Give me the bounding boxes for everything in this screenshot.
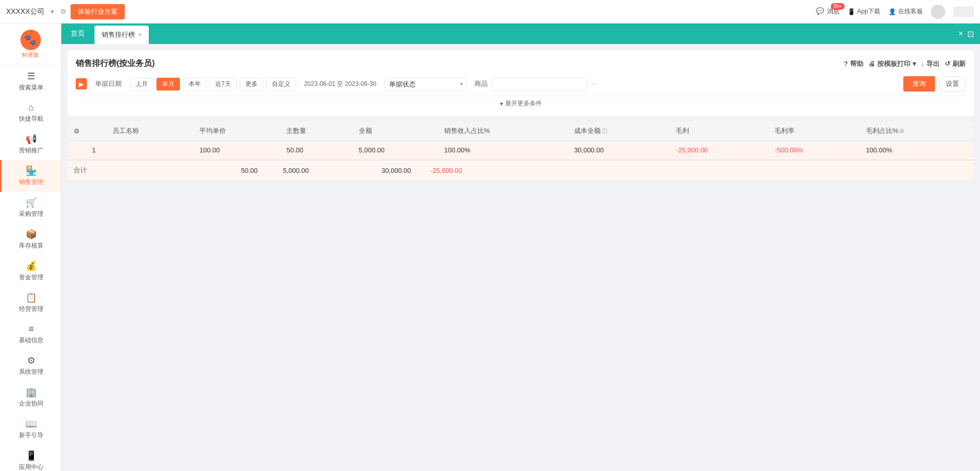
tab-bar: 首页 销售排行榜 × × ⊡ — [61, 24, 980, 44]
status-filter: 单据状态 — [384, 78, 466, 91]
message-badge[interactable]: 💬 99+ 消息 — [816, 7, 839, 16]
footer-qty: 50.00 — [217, 167, 258, 174]
page-title: 销售排行榜(按业务员) — [76, 58, 155, 69]
date-btn-thisyear[interactable]: 本年 — [183, 78, 207, 91]
filter-toggle-btn[interactable]: ▶ — [76, 78, 87, 89]
tab-minimize-icon[interactable]: × — [959, 29, 963, 38]
cell-rank: 1 — [86, 141, 106, 160]
th-rank — [86, 121, 106, 141]
guide-icon: 📖 — [26, 418, 37, 430]
sidebar-item-system[interactable]: ⚙ 系统管理 — [0, 350, 61, 382]
top-bar-left: XXXXX公司 ▾ ⚙ 体验行业方案 — [6, 4, 816, 19]
app-download[interactable]: 📱 App下载 — [848, 7, 880, 16]
sidebar-item-search[interactable]: ☰ 搜索菜单 — [0, 65, 61, 97]
sidebar-label-finance: 资金管理 — [19, 273, 43, 282]
more-filters-icon[interactable]: ··· — [591, 80, 596, 87]
date-btn-more[interactable]: 更多 — [240, 78, 263, 91]
date-btn-7days[interactable]: 近7天 — [210, 78, 237, 91]
sidebar-item-apps[interactable]: 📱 应用中心 — [0, 445, 61, 471]
sidebar-label-apps: 应用中心 — [19, 463, 43, 471]
refresh-btn[interactable]: ↺ 刷新 — [945, 59, 966, 69]
sidebar-item-enterprise[interactable]: 🏢 企业协同 — [0, 382, 61, 413]
th-settings[interactable]: ⚙ — [67, 121, 86, 141]
goods-label: 商品 — [474, 79, 488, 88]
export-btn[interactable]: ↓ 导出 — [921, 59, 940, 69]
tab-close-icon[interactable]: × — [138, 31, 142, 38]
cell-cost: 30,000.00 — [568, 141, 670, 160]
sidebar: 🐾 标准版 ☰ 搜索菜单 ⌂ 快捷导航 📢 营销推广 🏪 销售管理 🛒 采 — [0, 24, 61, 471]
table-card: ⚙ 员工名称 平均单价 主数量 全额 销售收入占比% 成本全额ⓘ 毛利 — [67, 121, 974, 180]
expand-row[interactable]: ▾ 展开更多条件 — [76, 96, 966, 108]
message-count: 99+ — [831, 3, 845, 10]
table-footer: 合计 50.00 5,000.00 30,000.00 -25,000.00 — [67, 160, 974, 180]
sidebar-item-purchase[interactable]: 🛒 采购管理 — [0, 192, 61, 223]
th-gross-rate: 毛利率 — [768, 121, 859, 141]
marketing-icon: 📢 — [26, 133, 37, 145]
sidebar-item-inventory[interactable]: 📦 库存核算 — [0, 223, 61, 255]
operations-icon: 📋 — [26, 292, 37, 303]
query-button[interactable]: 查询 — [903, 76, 935, 92]
page-title-row: 销售排行榜(按业务员) ? 帮助 🖨 按模板打印 ▾ — [76, 58, 966, 69]
print-icon: 🖨 — [869, 60, 875, 68]
sidebar-item-guide[interactable]: 📖 新手引导 — [0, 413, 61, 445]
sidebar-label-search: 搜索菜单 — [19, 83, 43, 92]
sidebar-item-shortcut[interactable]: ⌂ 快捷导航 — [0, 97, 61, 128]
topbar-settings-icon[interactable]: ⚙ — [60, 8, 66, 15]
cell-settings — [67, 141, 86, 160]
footer-gross: -25,000.00 — [421, 167, 462, 174]
sidebar-label-operations: 经营管理 — [19, 305, 43, 313]
tab-sales-ranking[interactable]: 销售排行榜 × — [95, 26, 149, 44]
sidebar-label-inventory: 库存核算 — [19, 241, 43, 250]
search-menu-icon: ☰ — [27, 71, 35, 82]
sidebar-item-operations[interactable]: 📋 经营管理 — [0, 287, 61, 319]
sidebar-item-finance[interactable]: 💰 资金管理 — [0, 255, 61, 287]
sidebar-label-marketing: 营销推广 — [19, 146, 43, 155]
shortcut-icon: ⌂ — [29, 102, 34, 113]
cell-name — [106, 141, 193, 160]
company-dropdown-icon[interactable]: ▾ — [51, 8, 54, 15]
sidebar-item-marketing[interactable]: 📢 营销推广 — [0, 128, 61, 160]
purchase-icon: 🛒 — [26, 197, 37, 208]
print-dropdown-icon[interactable]: ▾ — [913, 60, 916, 68]
help-link[interactable]: ? 帮助 — [844, 59, 863, 69]
date-label: 单据日期 — [95, 79, 122, 88]
status-select[interactable]: 单据状态 — [384, 78, 466, 91]
goods-input[interactable] — [492, 78, 587, 91]
cell-gross-pct: 100.00% — [860, 141, 974, 160]
sidebar-label-guide: 新手引导 — [19, 431, 43, 440]
cell-sales-pct: 100.00% — [438, 141, 568, 160]
enterprise-icon: 🏢 — [26, 387, 37, 398]
user-avatar[interactable] — [931, 5, 945, 19]
content-area: 首页 销售排行榜 × × ⊡ 销售排行榜(按业务员) — [61, 24, 980, 471]
date-btn-thismonth[interactable]: 本月 — [156, 78, 180, 91]
cell-gross: -25,000.00 — [670, 141, 768, 160]
sidebar-logo: 🐾 标准版 — [0, 24, 61, 65]
apps-icon: 📱 — [26, 450, 37, 461]
sidebar-item-sales[interactable]: 🏪 销售管理 — [0, 160, 61, 192]
goods-filter: 商品 ··· — [474, 78, 596, 91]
refresh-icon: ↺ — [945, 60, 950, 68]
gross-pct-icon[interactable]: ⚙ — [899, 128, 904, 134]
tab-home[interactable]: 首页 — [61, 24, 95, 44]
date-btn-lastmonth[interactable]: 上月 — [130, 78, 153, 91]
th-name: 员工名称 — [106, 121, 193, 141]
date-btn-custom[interactable]: 自定义 — [266, 78, 296, 91]
trial-button[interactable]: 体验行业方案 — [71, 4, 125, 19]
sidebar-label-system: 系统管理 — [19, 368, 43, 376]
print-btn[interactable]: 🖨 按模板打印 ▾ — [869, 59, 916, 69]
sidebar-item-basic[interactable]: ≡ 基础信息 — [0, 319, 61, 350]
logo-text: 标准版 — [22, 51, 39, 59]
service-icon: 👤 — [888, 8, 896, 15]
sidebar-label-purchase: 采购管理 — [19, 210, 43, 218]
cell-avg-price: 100.00 — [193, 141, 280, 160]
th-gross-pct: 毛利占比%⚙ — [860, 121, 974, 141]
basic-icon: ≡ — [29, 324, 34, 334]
online-service[interactable]: 👤 在线客服 — [888, 7, 923, 16]
page-title-actions: ? 帮助 🖨 按模板打印 ▾ ↓ 导出 — [844, 59, 966, 69]
cell-amount: 5,000.00 — [353, 141, 438, 160]
tab-maximize-icon[interactable]: ⊡ — [967, 29, 974, 39]
cost-info-icon[interactable]: ⓘ — [602, 128, 607, 134]
company-name: XXXXX公司 — [6, 7, 44, 16]
app-icon: 📱 — [848, 8, 855, 15]
settings-button[interactable]: 设置 — [939, 76, 966, 92]
